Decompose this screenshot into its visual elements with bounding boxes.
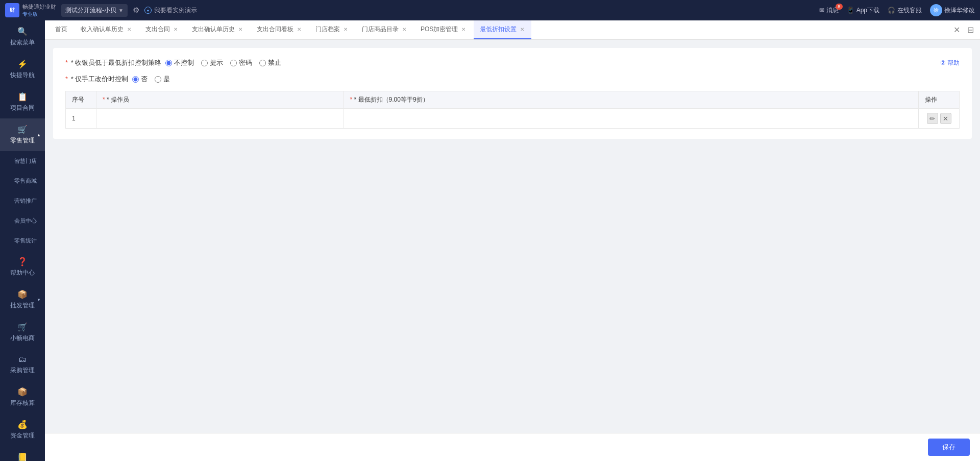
tab-close-icon[interactable]: ✕ [401, 26, 407, 33]
tab-home[interactable]: 首页 [49, 20, 74, 39]
settings-icon[interactable]: ⚙ [133, 6, 139, 15]
user-menu-button[interactable]: 徐 徐泽华修改 [930, 4, 975, 16]
help-icon: ❓ [17, 257, 28, 266]
help-icon: ② [940, 59, 946, 66]
sidebar-item-finance[interactable]: 💰 资金管理 [0, 414, 45, 446]
tab-payment-history[interactable]: 支出确认单历史 ✕ [186, 20, 250, 39]
edit-button[interactable]: ✏ [927, 113, 938, 124]
sidebar: 🔍 搜索菜单 ⚡ 快捷导航 📋 项目合同 🛒 零售管理 智慧门店 零售商城 营销… [0, 20, 45, 461]
page-content: * * 收银员低于最低折扣控制策略 不控制 提示 [45, 40, 980, 433]
tab-close-icon[interactable]: ✕ [173, 26, 179, 33]
topbar-right: ✉ 消息 8 📱 App下载 🎧 在线客服 徐 徐泽华修改 [819, 4, 975, 16]
download-icon: 📱 [847, 7, 854, 14]
content-area: 首页 收入确认单历史 ✕ 支出合同 ✕ 支出确认单历史 ✕ 支出合同看板 ✕ 门… [45, 20, 980, 461]
search-icon: 🔍 [17, 27, 28, 36]
discount-table: 序号 * * 操作员 * * 最低折扣（9.00等于9折） 操作 [65, 91, 960, 129]
tab-contract[interactable]: 支出合同 ✕ [139, 20, 185, 39]
sidebar-item-ecommerce[interactable]: 🛒 小畅电商 [0, 316, 45, 349]
table-body: 1 ✏ ✕ [66, 109, 960, 129]
strategy-form-row: * * 收银员低于最低折扣控制策略 不控制 提示 [65, 58, 960, 67]
manual-radio-group: 否 是 [132, 75, 170, 84]
message-icon: ✉ [819, 7, 824, 14]
tab-income-history[interactable]: 收入确认单历史 ✕ [75, 20, 138, 39]
close-tab-button[interactable]: ✕ [951, 24, 962, 36]
tab-store-file[interactable]: 门店档案 ✕ [309, 20, 355, 39]
sidebar-item-inventory[interactable]: 📦 库存核算 [0, 381, 45, 414]
tab-close-icon[interactable]: ✕ [342, 26, 349, 33]
tab-close-icon[interactable]: ✕ [126, 26, 132, 33]
topbar: 财 畅捷通好业财 专业版 测试分开流程-小贝 ▼ ⚙ ● 我要看实例演示 ✉ 消… [0, 0, 980, 20]
app-download-button[interactable]: 📱 App下载 [847, 6, 879, 15]
tab-close-icon[interactable]: ✕ [296, 26, 302, 33]
finance-icon: 💰 [17, 420, 28, 429]
table-header: 序号 * * 操作员 * * 最低折扣（9.00等于9折） 操作 [66, 91, 960, 109]
demo-icon: ● [144, 7, 152, 14]
online-service-button[interactable]: 🎧 在线客服 [888, 6, 922, 15]
sidebar-item-help[interactable]: ❓ 帮助中心 [0, 251, 45, 283]
manual-form-row: * * 仅手工改价时控制 否 是 [65, 75, 960, 84]
col-action-header: 操作 [919, 91, 960, 109]
strategy-password[interactable]: 密码 [230, 58, 252, 67]
sidebar-item-retail-stats[interactable]: 零售统计 [0, 231, 45, 251]
tab-close-icon[interactable]: ✕ [519, 26, 525, 33]
settings-card: * * 收银员低于最低折扣控制策略 不控制 提示 [53, 48, 972, 139]
logo-icon: 财 [5, 3, 19, 17]
delete-button[interactable]: ✕ [940, 113, 951, 124]
sidebar-item-smart-store[interactable]: 智慧门店 [0, 151, 45, 171]
ecommerce-icon: 🛒 [17, 322, 28, 332]
cell-operator [96, 109, 344, 129]
chevron-down-icon: ▼ [118, 8, 124, 13]
more-tabs-button[interactable]: ⊟ [965, 24, 976, 36]
avatar: 徐 [930, 4, 942, 16]
strategy-forbid[interactable]: 禁止 [259, 58, 281, 67]
wholesale-icon: 📦 [17, 289, 28, 299]
sidebar-item-search[interactable]: 🔍 搜索菜单 [0, 20, 45, 53]
project-selector[interactable]: 测试分开流程-小贝 ▼ [61, 4, 128, 17]
strategy-no-control[interactable]: 不控制 [165, 58, 194, 67]
tab-min-discount[interactable]: 最低折扣设置 ✕ [474, 20, 531, 39]
save-button[interactable]: 保存 [928, 439, 970, 456]
sidebar-item-wholesale[interactable]: 📦 批发管理 [0, 283, 45, 316]
col-seq-header: 序号 [66, 91, 96, 109]
tabs-bar: 首页 收入确认单历史 ✕ 支出合同 ✕ 支出确认单历史 ✕ 支出合同看板 ✕ 门… [45, 20, 980, 40]
strategy-radio-group: 不控制 提示 密码 禁止 [165, 58, 281, 67]
sidebar-item-accounting[interactable]: 📒 总账管理 [0, 446, 45, 461]
col-operator-header: * * 操作员 [96, 91, 344, 109]
accounting-icon: 📒 [17, 452, 28, 461]
sidebar-item-online-store[interactable]: 零售商城 [0, 171, 45, 191]
manual-label: * * 仅手工改价时控制 [65, 75, 128, 84]
sidebar-item-shortcut[interactable]: ⚡ 快捷导航 [0, 53, 45, 86]
manual-no[interactable]: 否 [132, 75, 148, 84]
tab-contract-board[interactable]: 支出合同看板 ✕ [251, 20, 308, 39]
service-icon: 🎧 [888, 7, 895, 14]
app-logo: 财 畅捷通好业财 专业版 [5, 3, 56, 17]
retail-icon: 🛒 [17, 125, 28, 134]
tab-close-icon[interactable]: ✕ [237, 26, 243, 33]
logo-text: 畅捷通好业财 专业版 [22, 3, 56, 17]
manual-yes[interactable]: 是 [155, 75, 170, 84]
purchase-icon: 🗂 [18, 355, 27, 364]
cell-seq: 1 [66, 109, 96, 129]
footer-bar: 保存 [45, 433, 980, 461]
sidebar-item-member[interactable]: 会员中心 [0, 211, 45, 231]
help-link[interactable]: ② 帮助 [940, 59, 960, 67]
main-layout: 🔍 搜索菜单 ⚡ 快捷导航 📋 项目合同 🛒 零售管理 智慧门店 零售商城 营销… [0, 20, 980, 461]
tab-close-icon[interactable]: ✕ [460, 26, 467, 33]
inventory-icon: 📦 [17, 387, 28, 397]
tabs-bar-right: ✕ ⊟ [951, 24, 976, 36]
message-badge: 8 [836, 4, 843, 10]
demo-button[interactable]: ● 我要看实例演示 [144, 6, 197, 15]
action-buttons: ✏ ✕ [925, 113, 953, 124]
sidebar-item-project[interactable]: 📋 项目合同 [0, 86, 45, 118]
sidebar-item-marketing[interactable]: 营销推广 [0, 191, 45, 211]
tab-store-catalog[interactable]: 门店商品目录 ✕ [356, 20, 413, 39]
strategy-hint[interactable]: 提示 [201, 58, 223, 67]
col-discount-header: * * 最低折扣（9.00等于9折） [344, 91, 918, 109]
tab-pos-password[interactable]: POS加密管理 ✕ [414, 20, 473, 39]
message-button[interactable]: ✉ 消息 8 [819, 6, 839, 15]
cell-discount [344, 109, 918, 129]
cell-action: ✏ ✕ [919, 109, 960, 129]
sidebar-item-purchase[interactable]: 🗂 采购管理 [0, 349, 45, 381]
lightning-icon: ⚡ [17, 59, 28, 69]
sidebar-item-retail[interactable]: 🛒 零售管理 [0, 118, 45, 151]
